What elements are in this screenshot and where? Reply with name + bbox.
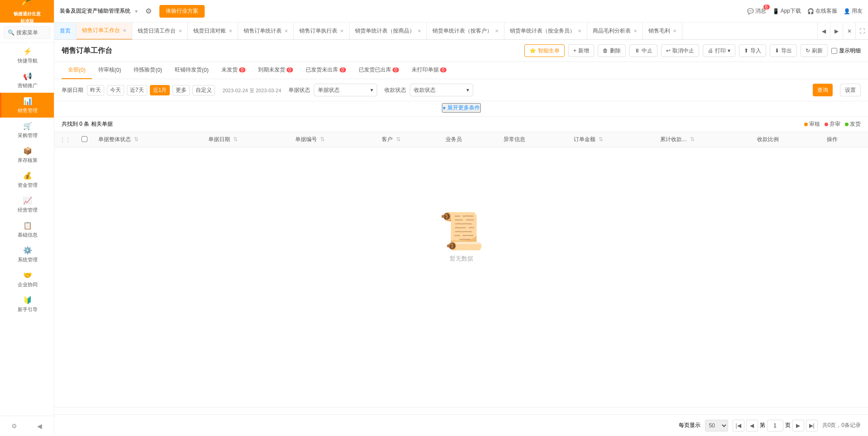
filter-tab-pending-review[interactable]: 待审核(0) xyxy=(92,62,128,79)
prev-page-button[interactable]: ◀ xyxy=(746,420,758,431)
sidebar-item-label: 采购管理 xyxy=(18,132,38,139)
delete-button[interactable]: 🗑 删除 xyxy=(598,44,626,57)
filter-tab-shipped-not-out[interactable]: 已发货未出库 0 xyxy=(299,62,352,79)
close-icon[interactable]: ✕ xyxy=(229,28,232,33)
refresh-button[interactable]: ↻ 刷新 xyxy=(801,44,828,57)
sidebar-item-system[interactable]: ⚙️ 系统管理 xyxy=(0,242,54,267)
close-icon[interactable]: ✕ xyxy=(673,28,676,33)
tab-maximize-button[interactable]: ⛶ xyxy=(855,23,868,40)
cancel-suspend-button[interactable]: ↩ 取消中止 xyxy=(661,44,699,57)
sidebar-item-marketing[interactable]: 📢 营销推广 xyxy=(0,68,54,93)
export-button[interactable]: ⬇ 导出 xyxy=(770,44,797,57)
tab-gross-margin[interactable]: 商品毛利分析表 ✕ xyxy=(587,23,643,40)
tab-prev-button[interactable]: ◀ xyxy=(817,23,830,40)
more-button[interactable]: 更多 xyxy=(173,85,190,95)
search-menu-button[interactable]: 🔍 搜索菜单 xyxy=(4,26,50,39)
app-download-button[interactable]: 📱 App下载 xyxy=(772,7,801,15)
message-button[interactable]: 💬 消息 6 xyxy=(747,7,766,15)
horizontal-scrollbar[interactable] xyxy=(54,408,868,414)
approve-quick-action[interactable]: 审核 xyxy=(804,120,820,128)
sidebar-item-sales[interactable]: 📊 销售管理 xyxy=(0,93,54,118)
sidebar-item-label: 经营管理 xyxy=(18,207,38,213)
sidebar-item-cooperation[interactable]: 🤝 企业协同 xyxy=(0,267,54,292)
close-icon[interactable]: ✕ xyxy=(578,28,581,33)
close-icon[interactable]: ✕ xyxy=(417,28,421,33)
show-detail-checkbox[interactable]: 显示明细 xyxy=(831,47,861,55)
online-service-button[interactable]: 🎧 在线客服 xyxy=(807,7,837,15)
close-icon[interactable]: ✕ xyxy=(178,28,182,33)
tab-daily-cash[interactable]: 钱货日清工作台 ✕ xyxy=(132,23,188,40)
filter-tab-shipped-out[interactable]: 已发货已出库 0 xyxy=(352,62,405,79)
tab-sales-stats[interactable]: 销售订单统计表 ✕ xyxy=(238,23,294,40)
last-page-button[interactable]: ▶| xyxy=(806,420,818,431)
col-ratio: 收款比例 xyxy=(752,132,821,147)
query-button[interactable]: 查询 xyxy=(813,84,833,96)
sidebar-item-basic[interactable]: 📋 基础信息 xyxy=(0,217,54,242)
user-button[interactable]: 👤 用友 xyxy=(844,7,863,15)
print-icon: 🖨 xyxy=(708,47,713,54)
add-button[interactable]: + 新增 xyxy=(568,44,594,57)
page-number-input[interactable] xyxy=(767,420,783,431)
page-label: 第 xyxy=(760,422,765,429)
7days-button[interactable]: 近7天 xyxy=(127,85,147,95)
revoke-quick-action[interactable]: 弃审 xyxy=(825,120,840,128)
tab-sales-by-product[interactable]: 销货单统计表（按商品） ✕ xyxy=(350,23,427,40)
filter-tab-wangpu[interactable]: 旺铺待发货(0) xyxy=(168,62,215,79)
expand-conditions-button[interactable]: ▾ 展开更多条件 xyxy=(442,103,481,113)
tab-close-all-button[interactable]: ✕ xyxy=(843,23,855,40)
settings-button[interactable]: 设置 xyxy=(840,84,861,96)
filter-tab-all[interactable]: 全部(0) xyxy=(62,62,92,79)
col-date: 单据日期 ⇅ xyxy=(203,132,290,147)
close-icon[interactable]: ✕ xyxy=(284,28,288,33)
tab-cash-reconcile[interactable]: 钱货日清对账 ✕ xyxy=(188,23,238,40)
suspend-button[interactable]: ⏸ 中止 xyxy=(629,44,657,57)
sidebar-item-finance[interactable]: 💰 资金管理 xyxy=(0,167,54,192)
logo-line1: 畅捷通好生意 xyxy=(14,11,41,17)
settings-button[interactable]: ⚙ xyxy=(4,420,25,432)
tab-sales-by-staff[interactable]: 销货单统计表（按业务员） ✕ xyxy=(504,23,587,40)
tab-home[interactable]: 首页 xyxy=(54,23,77,40)
search-bar: 单据日期 昨天 今天 近7天 近1月 更多 自定义 2023-02-24 至 2… xyxy=(54,79,868,101)
close-icon[interactable]: ✕ xyxy=(123,28,126,33)
table-info: 共找到 0 条 相关单据 xyxy=(62,120,113,128)
sidebar-item-purchase[interactable]: 🛒 采购管理 xyxy=(0,118,54,142)
next-page-button[interactable]: ▶ xyxy=(792,420,804,431)
filter-tab-overdue-not-shipped[interactable]: 到期未发货 0 xyxy=(252,62,299,79)
print-button[interactable]: 🖨 打印 ▾ xyxy=(703,44,735,57)
yesterday-button[interactable]: 昨天 xyxy=(87,85,104,95)
trial-button[interactable]: 体验行业方案 xyxy=(159,5,205,18)
import-button[interactable]: ⬆ 导入 xyxy=(739,44,766,57)
sidebar-item-guide[interactable]: 🔰 新手引导 xyxy=(0,292,54,317)
select-all-checkbox[interactable] xyxy=(82,136,87,142)
ship-quick-action[interactable]: 发货 xyxy=(845,120,861,128)
close-icon[interactable]: ✕ xyxy=(340,28,344,33)
payment-select[interactable]: 收款状态 ▾ xyxy=(410,84,473,96)
sidebar-item-inventory[interactable]: 📦 库存核算 xyxy=(0,142,54,167)
tab-sales-profit[interactable]: 销售毛利 ✕ xyxy=(643,23,682,40)
close-icon[interactable]: ✕ xyxy=(495,28,499,33)
filter-tab-pending-inspect[interactable]: 待拣验货(0) xyxy=(127,62,168,79)
sidebar-item-quick-nav[interactable]: ⚡ 快捷导航 xyxy=(0,43,54,68)
filter-tab-not-shipped[interactable]: 未发货 0 xyxy=(215,62,252,79)
tab-sales-order[interactable]: 销售订单工作台 ✕ xyxy=(77,23,132,40)
first-page-button[interactable]: |◀ xyxy=(733,420,744,431)
topbar-gear-button[interactable]: ⚙ xyxy=(142,5,155,18)
sidebar-item-operation[interactable]: 📈 经营管理 xyxy=(0,192,54,217)
detail-checkbox[interactable] xyxy=(831,48,837,54)
close-icon[interactable]: ✕ xyxy=(633,28,637,33)
tab-next-button[interactable]: ▶ xyxy=(830,23,843,40)
tab-sales-by-customer[interactable]: 销货单统计表（按客户） ✕ xyxy=(427,23,504,40)
smart-generate-button[interactable]: ⭐ 智能生单 xyxy=(524,44,565,57)
tab-sales-exec[interactable]: 销售订单执行表 ✕ xyxy=(294,23,350,40)
status-select[interactable]: 单据状态 ▾ xyxy=(314,84,377,96)
custom-button[interactable]: 自定义 xyxy=(192,85,215,95)
filter-tab-not-printed[interactable]: 未打印单据 0 xyxy=(405,62,453,79)
page-size-select[interactable]: 50 100 200 xyxy=(705,420,728,431)
col-customer: 客户 ⇅ xyxy=(376,132,440,147)
1month-button[interactable]: 近1月 xyxy=(150,85,170,95)
today-button[interactable]: 今天 xyxy=(107,85,124,95)
collapse-button[interactable]: ◀ xyxy=(29,420,51,432)
table-quick-actions: 审核 弃审 发货 xyxy=(804,120,861,128)
orange-dot xyxy=(804,123,808,126)
sidebar-item-label: 销售管理 xyxy=(18,107,38,114)
